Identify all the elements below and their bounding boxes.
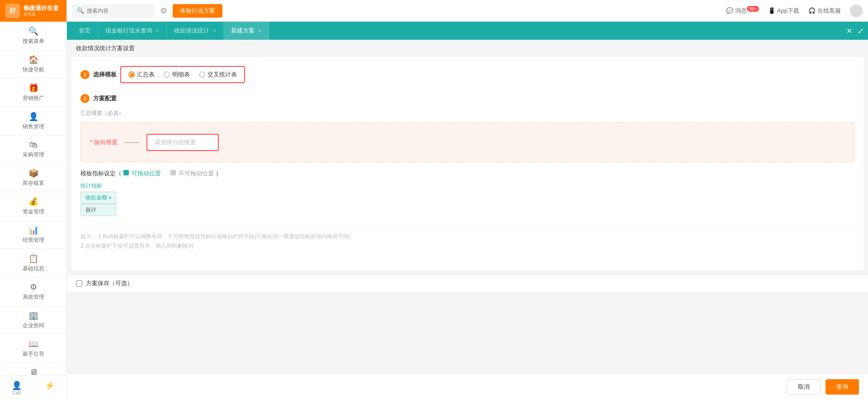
stat-col: 收款金额 ▾ 合计 — [80, 192, 116, 216]
sidebar-item-inventory[interactable]: 📦库存核算 — [0, 164, 66, 192]
search-menu-icon: 🔍 — [28, 26, 38, 36]
sales-icon: 👤 — [28, 112, 38, 122]
step2-section: 2 方案配置 汇总维度（必选） * 纵向维度 —— 请选择分组维度 — [80, 94, 854, 250]
step2-header: 2 方案配置 — [80, 94, 854, 103]
purchase-icon: 🛍 — [29, 140, 38, 150]
sidebar-item-operations[interactable]: 📊经营管理 — [0, 221, 66, 249]
headset-icon: 🎧 — [808, 7, 816, 14]
tab-close-bank[interactable]: × — [156, 28, 159, 34]
sidebar-item-quick-nav[interactable]: 🏠快捷导航 — [0, 50, 66, 79]
finance-icon: 💰 — [28, 197, 38, 207]
indicator-section: 模板指标设定（ 可拖动位置 不可拖动位置 ） — [80, 169, 854, 216]
sidebar-item-search-menu[interactable]: 🔍搜索菜单 — [0, 22, 66, 50]
close-window-icon[interactable]: ✕ — [846, 27, 852, 35]
draggable-hint: 可拖动位置 — [123, 170, 163, 177]
search-box[interactable]: 🔍 — [72, 4, 155, 18]
maximize-icon[interactable]: ⤢ — [858, 27, 863, 35]
sidebar: 好 畅捷通好生意 标准版 🔍搜索菜单🏠快捷导航🎁营销推广👤销售管理🛍采购管理📦库… — [0, 0, 67, 400]
radio-detail[interactable]: 明细表 — [164, 71, 190, 79]
online-service-item[interactable]: 🎧 在线客服 — [808, 7, 841, 15]
sidebar-item-enterprise[interactable]: 🏢企业协同 — [0, 306, 66, 334]
sidebar-item-new-guide[interactable]: 📖新手引导 — [0, 334, 66, 363]
quick-nav-icon: 🏠 — [28, 55, 38, 65]
logo-icon: 好 — [5, 4, 20, 18]
step1-section: 1 选择模板 汇总表 明细表 — [80, 66, 854, 83]
sidebar-item-finance[interactable]: 💰资金管理 — [0, 192, 66, 221]
step1-title: 选择模板 — [93, 71, 117, 79]
stat-label-col: 统计指标 收款金额 ▾ 合计 — [80, 182, 116, 216]
radio-circle-cross — [199, 71, 205, 78]
chevron-down-icon: ▾ — [109, 195, 111, 200]
tab-close-collection[interactable]: × — [213, 28, 216, 34]
hint-text-1: 提示： 1.拖动标题栏可以调整布局，不可跨维度或指标区域拖动栏目字段(只能在同一… — [80, 233, 854, 240]
indicator-settings-label: 模板指标设定（ 可拖动位置 不可拖动位置 ） — [80, 169, 854, 178]
download-icon: 📱 — [768, 7, 775, 14]
logo-text: 畅捷通好生意 标准版 — [24, 5, 59, 18]
step1-badge: 1 — [80, 70, 90, 79]
notification-item[interactable]: 💬 消息 99+ — [726, 7, 759, 15]
message-icon: 💬 — [726, 7, 733, 14]
basic-info-icon: 📋 — [28, 254, 38, 264]
smart-hw-icon: 🖥 — [29, 367, 38, 376]
tab-close-new-plan[interactable]: × — [258, 28, 261, 34]
marketing-icon: 🎁 — [28, 83, 38, 93]
sidebar-item-smart-hw[interactable]: 🖥智能硬件 — [0, 363, 66, 376]
radio-circle-summary — [128, 71, 135, 78]
indicator-table: 统计指标 收款金额 ▾ 合计 — [80, 182, 854, 216]
industry-button[interactable]: 体验行业方案 — [173, 4, 222, 18]
sidebar-bottom: 👤 CaR ⚡ — [0, 376, 66, 400]
sidebar-logo: 好 畅捷通好生意 标准版 — [0, 0, 66, 22]
breadcrumb: 收款情况统计方案设置 — [67, 40, 868, 57]
sidebar-bottom-item[interactable]: 👤 CaR — [12, 381, 22, 395]
query-button[interactable]: 查询 — [826, 379, 859, 395]
template-radio-group: 汇总表 明细表 交叉统计表 — [120, 66, 245, 83]
sidebar-bottom-item2[interactable]: ⚡ — [45, 381, 55, 395]
search-input[interactable] — [87, 8, 150, 14]
hint-text-2: 2.点击标题栏下拉可设置排序、插入列和删除列 — [80, 242, 854, 250]
cancel-button[interactable]: 取消 — [787, 379, 821, 395]
radio-circle-detail — [164, 71, 170, 78]
dimension-row: * 纵向维度 —— 请选择分组维度 — [90, 134, 845, 151]
radio-summary[interactable]: 汇总表 — [128, 71, 155, 79]
user-avatar[interactable] — [850, 5, 863, 17]
sidebar-item-basic-info[interactable]: 📋基础信息 — [0, 249, 66, 278]
tab-collection[interactable]: 收款情况统计 × — [167, 22, 224, 40]
content-body: 1 选择模板 汇总表 明细表 — [71, 57, 863, 270]
footer-save: 方案保存（可选） — [67, 274, 868, 292]
dimension-section-label: 汇总维度（必选） — [80, 109, 854, 117]
tab-home[interactable]: 首页 — [71, 22, 98, 40]
app-download-item[interactable]: 📱 App下载 — [768, 7, 799, 15]
sidebar-item-system[interactable]: ⚙系统管理 — [0, 278, 66, 306]
vertical-dimension-label: * 纵向维度 — [90, 138, 118, 146]
sidebar-item-purchase[interactable]: 🛍采购管理 — [0, 136, 66, 164]
new-guide-icon: 📖 — [28, 339, 38, 349]
sidebar-item-marketing[interactable]: 🎁营销推广 — [0, 79, 66, 107]
hints-section: 提示： 1.拖动标题栏可以调整布局，不可跨维度或指标区域拖动栏目字段(只能在同一… — [80, 225, 854, 250]
step2-badge: 2 — [80, 94, 90, 103]
arrow-icon: —— — [125, 138, 139, 146]
topbar-right: 💬 消息 99+ 📱 App下载 🎧 在线客服 — [726, 5, 863, 17]
dimension-area: * 纵向维度 —— 请选择分组维度 — [80, 122, 854, 162]
tab-bank[interactable]: 现金银行流水查询 × — [98, 22, 167, 40]
collection-amount-header[interactable]: 收款金额 ▾ — [80, 192, 116, 204]
sidebar-item-sales[interactable]: 👤销售管理 — [0, 107, 66, 136]
tabs-actions: ✕ ⤢ — [846, 27, 863, 35]
content-area: 收款情况统计方案设置 1 选择模板 汇总表 — [67, 40, 868, 373]
search-icon: 🔍 — [77, 7, 84, 14]
gear-icon[interactable]: ⚙ — [160, 6, 167, 16]
tabs-bar: 首页 现金银行流水查询 × 收款情况统计 × 新建方案 × ✕ ⤢ — [67, 22, 868, 40]
action-bar: 取消 查询 — [67, 373, 868, 400]
step1-header: 1 选择模板 汇总表 明细表 — [80, 66, 854, 83]
main-content: 🔍 ⚙ 体验行业方案 💬 消息 99+ 📱 App下载 🎧 在线客服 首页 — [67, 0, 868, 400]
radio-cross[interactable]: 交叉统计表 — [199, 71, 237, 79]
save-checkbox[interactable] — [76, 280, 82, 287]
sidebar-menu: 🔍搜索菜单🏠快捷导航🎁营销推广👤销售管理🛍采购管理📦库存核算💰资金管理📊经营管理… — [0, 22, 66, 376]
tab-new-plan[interactable]: 新建方案 × — [224, 22, 269, 40]
topbar: 🔍 ⚙ 体验行业方案 💬 消息 99+ 📱 App下载 🎧 在线客服 — [67, 0, 868, 22]
system-icon: ⚙ — [30, 282, 37, 292]
stat-col-label: 统计指标 — [80, 182, 116, 190]
non-draggable-hint: 不可拖动位置 — [170, 170, 216, 177]
total-cell: 合计 — [80, 204, 116, 216]
dimension-select[interactable]: 请选择分组维度 — [146, 134, 219, 151]
operations-icon: 📊 — [28, 225, 38, 235]
